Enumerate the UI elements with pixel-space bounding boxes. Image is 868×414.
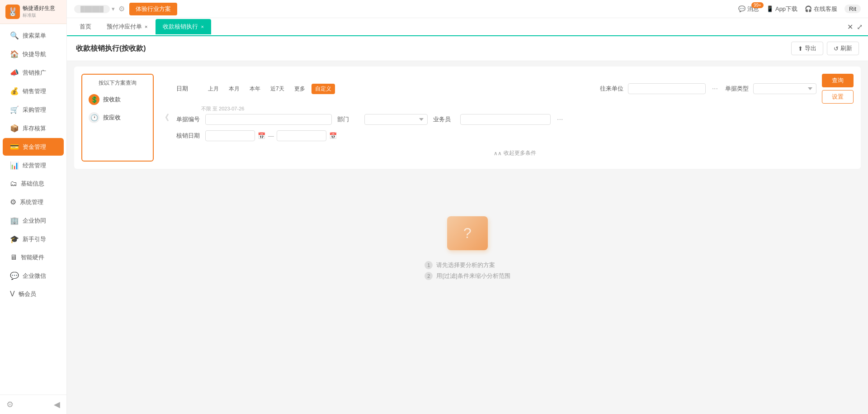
filter-panel: 按以下方案查询 💲 按收款 🕐 按应收 《 日期 上月 本月 — [74, 67, 861, 169]
dropdown-icon[interactable]: ▾ — [112, 5, 115, 12]
app-download-label: App下载 — [775, 5, 797, 13]
settings-icon-top[interactable]: ⚙ — [118, 5, 125, 13]
setting-btn[interactable]: 设置 — [822, 90, 854, 104]
writeoff-end-input[interactable]: 2023-07-21 — [277, 130, 326, 141]
sidebar-label-quicknav: 快捷导航 — [23, 50, 46, 58]
last-7-days-btn[interactable]: 近7天 — [267, 84, 288, 94]
user-name-display: ██████ — [74, 5, 110, 13]
tab-prepay[interactable]: 预付冲应付单× — [99, 19, 155, 34]
this-year-btn[interactable]: 本年 — [246, 84, 264, 94]
close-all-tabs-btn[interactable]: ✕ — [847, 23, 853, 31]
sidebar-label-basic: 基础信息 — [21, 180, 44, 188]
this-month-btn[interactable]: 本月 — [225, 84, 243, 94]
by-receipt-label: 按收款 — [103, 95, 121, 104]
inventory-icon: 📦 — [10, 124, 19, 133]
search-icon: 🔍 — [10, 31, 19, 40]
operation-icon: 📊 — [10, 161, 19, 170]
filter-fields: 日期 上月 本月 本年 近7天 更多 自定义 往来单位 ··· — [176, 74, 854, 162]
collapse-icon[interactable]: ◀ — [54, 400, 60, 409]
collapse-more-btn[interactable]: ∧∧ 收起更多条件 — [176, 147, 854, 160]
sidebar-item-inventory[interactable]: 📦库存核算 — [3, 119, 64, 137]
custom-btn[interactable]: 自定义 — [311, 84, 335, 94]
maximize-btn[interactable]: ⤢ — [857, 23, 863, 31]
tab-close-receipt[interactable]: × — [201, 24, 203, 29]
empty-state: 1 请先选择要分析的方案 2 用[过滤]条件来缩小分析范围 — [67, 174, 868, 316]
refresh-btn[interactable]: ↺ 刷新 — [827, 42, 859, 55]
sidebar-item-search[interactable]: 🔍搜索菜单 — [3, 27, 64, 44]
main-content: ██████ ▾ ⚙ 体验行业方案 💬 消息 99+ 📱 App下载 🎧 在线客… — [67, 0, 868, 414]
voucher-no-input[interactable] — [205, 114, 332, 125]
tab-receipt[interactable]: 收款核销执行× — [156, 19, 211, 34]
sidebar-menu: 🔍搜索菜单🏠快捷导航📣营销推广💰销售管理🛒采购管理📦库存核算💳资金管理📊经营管理… — [0, 24, 66, 395]
solution-btn[interactable]: 体验行业方案 — [129, 3, 177, 15]
sidebar-item-enterprise[interactable]: 🏢企业协同 — [3, 212, 64, 229]
more-btn[interactable]: 更多 — [291, 84, 309, 94]
voucher-type-select[interactable] — [753, 83, 816, 94]
counterpart-input[interactable] — [628, 83, 706, 94]
settings-icon[interactable]: ⚙ — [6, 400, 14, 409]
voucher-no-label: 单据编号 — [176, 115, 200, 124]
sidebar-label-finance: 资金管理 — [23, 143, 46, 151]
sidebar-item-quicknav[interactable]: 🏠快捷导航 — [3, 45, 64, 63]
system-icon: ⚙ — [10, 198, 16, 206]
sidebar-item-member[interactable]: V畅会员 — [3, 286, 64, 303]
sidebar-label-purchase: 采购管理 — [23, 106, 46, 114]
page-header-actions: ⬆ 导出 ↺ 刷新 — [791, 42, 859, 55]
logo-title: 畅捷通好生意 — [23, 5, 55, 12]
sidebar-item-hardware[interactable]: 🖥智能硬件 — [3, 249, 64, 266]
empty-hint-1: 1 请先选择要分析的方案 — [425, 261, 510, 269]
basic-icon: 🗂 — [10, 180, 17, 188]
hint-num-1: 1 — [425, 261, 433, 269]
filter-scheme-title: 按以下方案查询 — [82, 79, 153, 87]
header-left: ██████ ▾ ⚙ 体验行业方案 — [74, 3, 177, 15]
sidebar-label-system: 系统管理 — [20, 198, 43, 206]
online-service[interactable]: 🎧 在线客服 — [805, 5, 837, 13]
dept-field: 部门 — [337, 114, 428, 125]
calendar-end-icon[interactable]: 📅 — [329, 132, 337, 139]
sidebar-item-basic[interactable]: 🗂基础信息 — [3, 175, 64, 192]
calendar-start-icon[interactable]: 📅 — [258, 132, 265, 139]
sidebar-item-finance[interactable]: 💳资金管理 — [3, 138, 64, 156]
empty-box — [447, 216, 488, 250]
query-btn[interactable]: 查询 — [822, 74, 854, 87]
messages-area[interactable]: 💬 消息 99+ — [738, 5, 759, 13]
sidebar-item-guide[interactable]: 🎓新手引导 — [3, 230, 64, 248]
by-receivable-label: 按应收 — [103, 114, 121, 122]
export-btn[interactable]: ⬆ 导出 — [791, 42, 823, 55]
tab-home[interactable]: 首页 — [72, 19, 99, 34]
tab-close-prepay[interactable]: × — [145, 24, 147, 29]
by-receivable-icon: 🕐 — [89, 112, 99, 123]
date-label: 日期 — [176, 85, 199, 93]
dept-select[interactable] — [364, 114, 428, 125]
sidebar-label-search: 搜索菜单 — [23, 32, 46, 40]
sidebar-item-wechat[interactable]: 💬企业微信 — [3, 267, 64, 285]
current-user[interactable]: Rit — [844, 5, 861, 13]
filter-collapse-arrow[interactable]: 《 — [159, 74, 171, 162]
staff-input[interactable] — [460, 114, 551, 125]
writeoff-start-input[interactable]: 2023-03-01 — [205, 130, 255, 141]
counterpart-more-icon[interactable]: ··· — [710, 85, 720, 93]
quicknav-icon: 🏠 — [10, 50, 19, 58]
sidebar-item-sales[interactable]: 💰销售管理 — [3, 82, 64, 100]
tab-label-prepay: 预付冲应付单 — [107, 23, 142, 31]
filter-option-by-receipt[interactable]: 💲 按收款 — [82, 90, 153, 109]
counterpart-field: 往来单位 ··· — [600, 83, 720, 94]
filter-option-by-receivable[interactable]: 🕐 按应收 — [82, 109, 153, 127]
app-download[interactable]: 📱 App下载 — [766, 5, 797, 13]
empty-illustration — [440, 210, 495, 256]
collapse-up-icon: ∧∧ — [494, 150, 502, 157]
sidebar-item-marketing[interactable]: 📣营销推广 — [3, 64, 64, 81]
staff-more-icon[interactable]: ··· — [555, 115, 565, 124]
sidebar-label-member: 畅会员 — [19, 290, 36, 298]
collapse-more-label: 收起更多条件 — [504, 149, 536, 157]
staff-field: 业务员 ··· — [433, 114, 565, 125]
sidebar-item-purchase[interactable]: 🛒采购管理 — [3, 101, 64, 119]
sidebar: 🐰 畅捷通好生意 标准版 🔍搜索菜单🏠快捷导航📣营销推广💰销售管理🛒采购管理📦库… — [0, 0, 67, 414]
counterpart-label: 往来单位 — [600, 85, 623, 93]
writeoff-date-label: 核销日期 — [176, 132, 200, 140]
sidebar-item-operation[interactable]: 📊经营管理 — [3, 157, 64, 174]
page-header: 收款核销执行(按收款) ⬆ 导出 ↺ 刷新 — [67, 36, 868, 61]
sidebar-item-system[interactable]: ⚙系统管理 — [3, 193, 64, 211]
sidebar-label-wechat: 企业微信 — [23, 272, 46, 280]
last-month-btn[interactable]: 上月 — [204, 84, 222, 94]
